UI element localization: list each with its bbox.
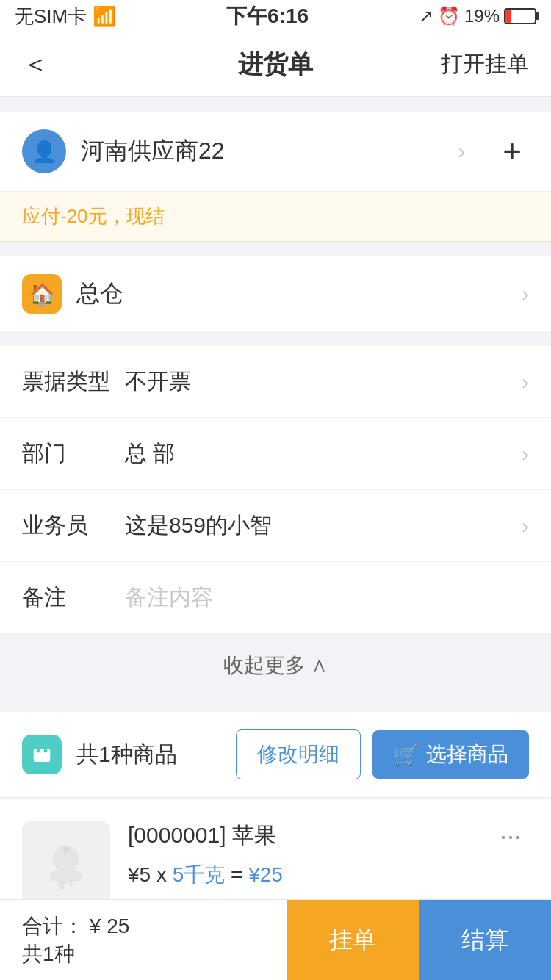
settle-button[interactable]: 结算 <box>419 900 551 980</box>
notice-bar: 应付-20元，现结 <box>0 192 551 242</box>
add-button[interactable]: + <box>495 133 529 170</box>
total-section: 合计： ¥ 25 共1种 <box>0 900 287 980</box>
total-label: 合计： <box>22 915 84 937</box>
invoice-type-row[interactable]: 票据类型 不开票 › <box>0 346 551 418</box>
multiply-sign: x <box>156 863 173 886</box>
quantity: 5千克 <box>173 863 226 886</box>
count-label: 共1种 <box>22 943 75 965</box>
product-name: [0000001] 苹果 <box>128 821 492 851</box>
edit-detail-button[interactable]: 修改明细 <box>236 729 361 779</box>
warehouse-name: 总仓 <box>76 278 514 310</box>
remark-label: 备注 <box>22 583 118 613</box>
product-section: 共1种商品 修改明细 🛒 选择商品 督十 [0000001] 苹果 ¥5 x <box>0 712 551 931</box>
department-label: 部门 <box>22 439 118 469</box>
nav-bar: ＜ 进货单 打开挂单 <box>0 32 551 97</box>
item-total: ¥25 <box>248 863 283 886</box>
select-product-button[interactable]: 🛒 选择商品 <box>372 730 529 779</box>
status-time: 下午6:16 <box>226 2 309 30</box>
svg-text:督十: 督十 <box>57 880 75 890</box>
form-section: 票据类型 不开票 › 部门 总 部 › 业务员 这是859的小智 › 备注 备注… <box>0 346 551 634</box>
supplier-chevron-icon: › <box>458 139 465 164</box>
product-count: 共1种商品 <box>76 740 236 770</box>
product-code: [0000001] <box>128 823 226 847</box>
battery-icon <box>504 8 536 24</box>
supplier-row[interactable]: 👤 河南供应商22 › + <box>0 112 551 192</box>
location-icon: ↗ <box>419 6 433 26</box>
page-title: 进货单 <box>238 48 313 82</box>
network-status: 无SIM卡 <box>15 4 87 29</box>
vertical-divider <box>480 133 480 170</box>
department-chevron-icon: › <box>522 442 529 466</box>
bottom-bar: 合计： ¥ 25 共1种 挂单 结算 <box>0 899 551 980</box>
supplier-section: 👤 河南供应商22 › + 应付-20元，现结 <box>0 112 551 242</box>
product-price: ¥5 x 5千克 = ¥25 <box>128 861 492 889</box>
notice-text: 应付-20元，现结 <box>22 205 165 227</box>
product-thumbnail: 督十 <box>22 821 110 909</box>
back-button[interactable]: ＜ <box>22 46 66 82</box>
remark-input[interactable]: 备注内容 <box>118 583 529 613</box>
department-row[interactable]: 部门 总 部 › <box>0 418 551 490</box>
invoice-type-label: 票据类型 <box>22 367 118 397</box>
gap-3 <box>0 331 551 346</box>
salesperson-label: 业务员 <box>22 511 118 541</box>
collapse-button[interactable]: 收起更多 ∧ <box>0 634 551 697</box>
gap-4 <box>0 697 551 712</box>
svg-rect-5 <box>63 846 69 853</box>
department-value: 总 部 <box>118 439 514 469</box>
status-bar: 无SIM卡 📶 下午6:16 ↗ ⏰ 19% <box>0 0 551 32</box>
cart-icon: 🛒 <box>393 743 419 767</box>
select-product-label: 选择商品 <box>426 741 508 768</box>
open-hang-button[interactable]: 打开挂单 <box>441 49 529 79</box>
status-left: 无SIM卡 📶 <box>15 4 116 29</box>
supplier-avatar: 👤 <box>22 129 66 173</box>
equals-sign: = <box>231 863 248 886</box>
hang-button[interactable]: 挂单 <box>287 900 419 980</box>
salesperson-row[interactable]: 业务员 这是859的小智 › <box>0 490 551 562</box>
collapse-label: 收起更多 ∧ <box>223 654 328 677</box>
salesperson-chevron-icon: › <box>522 514 529 538</box>
wifi-icon: 📶 <box>93 5 116 28</box>
svg-rect-0 <box>34 749 51 763</box>
product-title: 苹果 <box>232 823 276 847</box>
more-options-button[interactable]: ··· <box>492 821 529 851</box>
invoice-chevron-icon: › <box>522 370 529 394</box>
total-amount: ¥ 25 <box>90 915 130 937</box>
status-right: ↗ ⏰ 19% <box>419 6 536 26</box>
product-icon <box>22 735 62 774</box>
warehouse-section: 🏠 总仓 › <box>0 256 551 331</box>
avatar-icon: 👤 <box>32 140 57 164</box>
warehouse-row[interactable]: 🏠 总仓 › <box>0 256 551 331</box>
alarm-icon: ⏰ <box>438 6 460 26</box>
unit-price: ¥5 <box>128 863 151 886</box>
total-count: 共1种 <box>22 940 264 968</box>
salesperson-value: 这是859的小智 <box>118 511 514 541</box>
svg-point-2 <box>44 749 48 753</box>
product-info: [0000001] 苹果 ¥5 x 5千克 = ¥25 <box>128 821 492 889</box>
gap-2 <box>0 242 551 256</box>
supplier-name: 河南供应商22 <box>81 135 450 167</box>
invoice-type-value: 不开票 <box>118 367 514 397</box>
svg-point-1 <box>37 749 40 753</box>
gap-1 <box>0 97 551 112</box>
battery-percent: 19% <box>464 6 500 26</box>
warehouse-icon: 🏠 <box>22 274 62 314</box>
product-header: 共1种商品 修改明细 🛒 选择商品 <box>0 712 551 798</box>
total-row: 合计： ¥ 25 <box>22 912 264 940</box>
remark-row[interactable]: 备注 备注内容 <box>0 562 551 634</box>
warehouse-chevron-icon: › <box>522 281 529 306</box>
